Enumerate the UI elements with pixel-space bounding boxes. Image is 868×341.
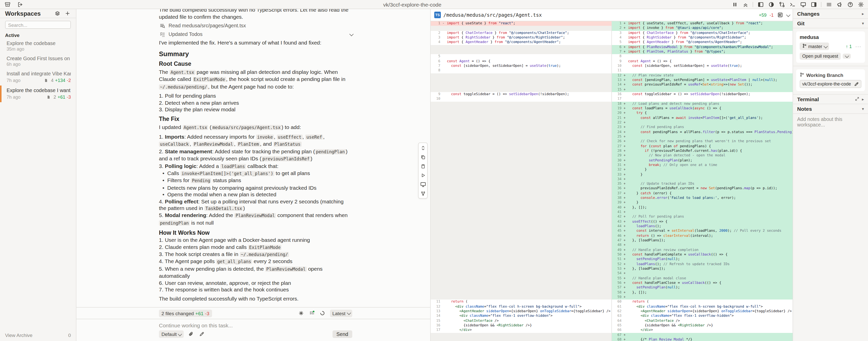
settings-icon[interactable]	[857, 1, 864, 8]
workspace-item[interactable]: Explore the codebase I want you to exp 7…	[0, 86, 76, 102]
paperclip-icon[interactable]	[188, 331, 194, 337]
more-options-button[interactable]: ···	[855, 44, 861, 49]
diff-new-line: 53+ }, [loadPlans]);	[612, 267, 793, 272]
ordered-list-item: 5. When a new pending plan is detected, …	[159, 266, 352, 280]
diff-old-line: 17 </div>	[431, 328, 611, 333]
notes-section-header[interactable]: Notes ▾	[793, 104, 868, 114]
view-archive-link[interactable]: View Archive	[5, 332, 32, 338]
send-button[interactable]: Send	[332, 330, 352, 338]
workspace-item[interactable]: Install and integrate Vibe Kanban Web C …	[0, 69, 76, 86]
clipboard-icon[interactable]	[420, 163, 426, 169]
diff-old-line	[431, 234, 611, 239]
branch-dropdown[interactable]: master	[800, 42, 829, 50]
unfold-icon[interactable]	[420, 145, 426, 151]
window-title: vk/3ccf-explore-the-code	[383, 1, 441, 7]
workspace-item[interactable]: Create Good First Issues on Github So p …	[0, 54, 76, 69]
sidebar-header-icons	[54, 10, 71, 17]
diff-old-pane: 1-import { useState } from "react";2impo…	[431, 21, 612, 341]
caret-right-icon: ▸	[862, 97, 864, 101]
changes-section-header[interactable]: Changes ▸	[793, 9, 868, 19]
inline-code: get_all_plans	[216, 259, 252, 265]
notes-placeholder[interactable]: Add notes about this workspace...	[793, 114, 868, 130]
working-branch-input[interactable]	[802, 82, 854, 87]
diff-new-line: 49+ // Handle plan review completion	[612, 248, 793, 253]
todo-list-icon[interactable]	[308, 310, 315, 316]
tool-call-row[interactable]: Updated Todos	[159, 31, 352, 38]
pause-icon[interactable]	[731, 1, 738, 8]
chevron-down-icon[interactable]	[349, 32, 353, 36]
spark-icon[interactable]	[298, 310, 304, 316]
tool-call-row[interactable]: Read medusa/src/pages/Agent.tsx	[159, 23, 352, 29]
diff-new-line: 61 <div className="flex flex-col h-scree…	[612, 304, 793, 309]
diff-new-line: 62 <AgentHeader sidebarOpen={sidebarOpen…	[612, 309, 793, 314]
diff-new-line: 30+ setPendingPlan(plan);	[612, 158, 793, 163]
open-pull-request-button[interactable]: Open pull request	[800, 53, 841, 60]
pen-icon[interactable]	[198, 331, 205, 337]
composer-input[interactable]	[159, 322, 352, 328]
sign-out-icon[interactable]	[17, 1, 23, 8]
mode-dropdown[interactable]: Default	[159, 330, 183, 338]
search-input[interactable]	[5, 21, 71, 29]
diff-split-view[interactable]: 1-import { useState } from "react";2impo…	[431, 21, 793, 341]
panel-right-icon[interactable]	[810, 1, 817, 8]
workspace-diff-stats: 4+134-2	[43, 77, 71, 84]
diff-old-line: 7 const [sidebarOpen, setSidebarOpen] = …	[431, 64, 611, 68]
edit-pencil-icon[interactable]	[854, 82, 859, 87]
inline-code: useRef	[305, 134, 323, 140]
diff-new-line: 42+ // Poll for pending plans	[612, 215, 793, 220]
assistant-paragraph: The build completed successfully with no…	[159, 295, 352, 302]
git-repo-card: medusa master ↑ 1 ··· Open pull request	[796, 31, 865, 63]
divider	[753, 2, 753, 7]
diff-new-line: 4import { RightSidebar } from "@/compone…	[612, 35, 793, 40]
diff-old-line	[431, 290, 611, 295]
diff-old-line	[431, 262, 611, 267]
diff-new-line: 10 const [sidebarOpen, setSidebarOpen] =…	[612, 64, 793, 68]
chevron-down-icon[interactable]	[786, 13, 790, 17]
theme-icon[interactable]	[768, 1, 774, 8]
menu-icon[interactable]	[826, 1, 832, 8]
collapse-up-icon[interactable]	[742, 1, 749, 8]
panel-left-icon[interactable]	[757, 1, 764, 8]
workspaces-sidebar: Workspaces Active Explore the codebase 3…	[0, 9, 76, 341]
open-pr-options-button[interactable]	[843, 54, 850, 59]
inline-code: PlanReviewModal	[235, 213, 276, 218]
caret-down-icon: ▾	[862, 106, 864, 111]
inline-code: medusa/src/pages/Agent.tsx	[211, 125, 281, 130]
archive-icon[interactable]	[4, 1, 11, 8]
layers-icon[interactable]	[54, 10, 61, 17]
diff-new-line: 2+import { invoke } from "@tauri-apps/ap…	[612, 26, 793, 31]
chevron-down-icon	[347, 311, 351, 315]
right-panel: Changes ▸ Git ▾ medusa master ↑ 1 ···	[793, 9, 868, 341]
terminal-section-header[interactable]: Terminal ▸	[793, 94, 868, 104]
workspace-item[interactable]: Explore the codebase 35m ago	[0, 38, 76, 54]
diff-new-line: 14+ const previousPlanIdsRef = useRef<Se…	[612, 83, 793, 88]
play-icon[interactable]	[420, 172, 426, 178]
latest-dropdown[interactable]: Latest	[330, 309, 352, 317]
copy-icon[interactable]	[420, 154, 426, 160]
diff-old-line	[431, 186, 611, 191]
files-changed-bar: 2 files changed +61 -3 Latest	[76, 307, 430, 319]
caret-right-icon: ▸	[862, 11, 864, 16]
chat-transcript[interactable]: npm run build 2>&1 | tail -80The build c…	[76, 9, 430, 307]
read-icon	[159, 23, 165, 29]
git-compare-icon[interactable]	[778, 1, 785, 8]
monitor-icon[interactable]	[420, 181, 426, 187]
typescript-file-icon: TS	[434, 12, 441, 18]
files-changed-chip: 2 files changed +61 -3	[159, 309, 212, 317]
diff-old-line	[431, 106, 611, 111]
terminal-icon[interactable]	[789, 1, 796, 8]
megaphone-icon[interactable]	[836, 1, 843, 8]
wrap-icon[interactable]	[777, 12, 783, 18]
expand-icon[interactable]	[855, 96, 859, 102]
subheading: Root Cause	[159, 61, 352, 67]
diff-old-line: 12 <div className="flex flex-col h-scree…	[431, 304, 611, 309]
diff-new-line: 46+ return () => clearInterval(interval)…	[612, 234, 793, 239]
plus-icon[interactable]	[64, 10, 71, 17]
git-fork-icon[interactable]	[420, 190, 426, 196]
diff-new-line: 65 {sidebarOpen && <RightSidebar />}	[612, 323, 793, 328]
diff-old-line	[431, 116, 611, 120]
help-icon[interactable]	[847, 1, 853, 8]
git-section-header[interactable]: Git ▾	[793, 19, 868, 28]
monitor-icon[interactable]	[800, 1, 806, 8]
workspace-time: 35m ago	[7, 46, 24, 52]
